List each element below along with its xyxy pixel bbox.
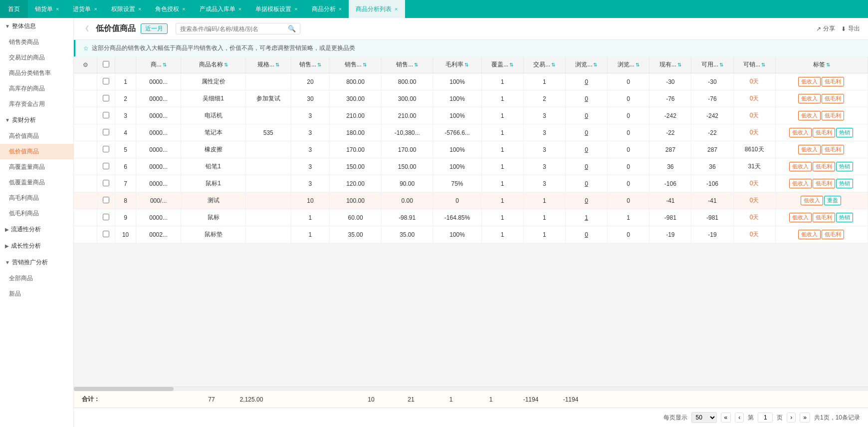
sidebar-item-all-products[interactable]: 全部商品 — [0, 271, 73, 286]
share-button[interactable]: ↗ 分享 — [816, 24, 835, 33]
sidebar-item-high-value[interactable]: 高价值商品 — [0, 128, 73, 144]
row-checkbox[interactable] — [103, 146, 109, 152]
cell-browse1[interactable]: 0 — [565, 226, 607, 243]
per-page-select[interactable]: 50 100 — [691, 412, 717, 423]
cell-browse1[interactable]: 0 — [565, 107, 607, 124]
col-settings[interactable]: ⚙ — [74, 56, 97, 73]
search-icon[interactable]: 🔍 — [288, 25, 296, 32]
sort-icon-browse2[interactable]: ⇅ — [636, 62, 640, 67]
browse-link[interactable]: 0 — [585, 180, 588, 187]
cell-browse1[interactable]: 0 — [565, 175, 607, 192]
sort-icon-trade[interactable]: ⇅ — [551, 62, 555, 67]
browse-link[interactable]: 0 — [585, 112, 588, 119]
col-sellable[interactable]: 可销...⇅ — [733, 56, 775, 73]
page-number-input[interactable] — [758, 413, 773, 423]
col-s2[interactable]: 销售...⇅ — [330, 56, 382, 73]
sidebar-section-financial[interactable]: ▼ 卖财分析 — [0, 112, 73, 128]
col-tags[interactable]: 标签⇅ — [775, 56, 868, 73]
sidebar-section-marketing[interactable]: ▼ 营销推广分析 — [0, 254, 73, 271]
sort-icon-browse1[interactable]: ⇅ — [593, 62, 597, 67]
sort-icon-s3[interactable]: ⇅ — [414, 62, 418, 67]
sort-icon-cov[interactable]: ⇅ — [509, 62, 513, 67]
sidebar-item-sales-products[interactable]: 销售类商品 — [0, 34, 73, 50]
sort-icon-stock1[interactable]: ⇅ — [677, 62, 681, 67]
sidebar-section-growth[interactable]: ▶ 成长性分析 — [0, 238, 73, 254]
settings-icon[interactable]: ⚙ — [83, 61, 88, 68]
cell-browse1[interactable]: 0 — [565, 158, 607, 175]
browse-link[interactable]: 0 — [585, 231, 588, 238]
search-input[interactable] — [180, 25, 288, 32]
table-wrapper[interactable]: ⚙ 商...⇅ 商品名称⇅ 规格...⇅ — [74, 56, 868, 387]
row-checkbox[interactable] — [103, 231, 109, 237]
sort-icon-spec[interactable]: ⇅ — [275, 62, 279, 67]
first-page-button[interactable]: « — [721, 413, 731, 423]
export-button[interactable]: ⬇ 导出 — [841, 24, 860, 33]
col-code[interactable]: 商...⇅ — [136, 56, 181, 73]
cell-browse1[interactable]: 0 — [565, 90, 607, 107]
browse-link[interactable]: 1 — [585, 214, 588, 221]
sidebar-item-high-coverage[interactable]: 高覆盖量商品 — [0, 159, 73, 175]
close-sales-order[interactable]: × — [56, 6, 59, 12]
col-spec[interactable]: 规格...⇅ — [245, 56, 291, 73]
sort-icon-tags[interactable]: ⇅ — [826, 62, 830, 67]
sidebar-item-low-value[interactable]: 低价值商品 — [0, 144, 73, 159]
browse-link[interactable]: 0 — [585, 163, 588, 170]
cell-browse1[interactable]: 0 — [565, 73, 607, 90]
col-cov[interactable]: 覆盖...⇅ — [481, 56, 523, 73]
row-checkbox[interactable] — [103, 129, 109, 135]
browse-link[interactable]: 0 — [585, 197, 588, 204]
sidebar-item-traded-products[interactable]: 交易过的商品 — [0, 50, 73, 65]
nav-purchase-order[interactable]: 进货单 × — [66, 0, 104, 18]
sort-icon-stock2[interactable]: ⇅ — [719, 62, 723, 67]
sort-icon-name[interactable]: ⇅ — [224, 62, 228, 67]
cell-browse1[interactable]: 0 — [565, 192, 607, 209]
sort-icon-sellable[interactable]: ⇅ — [761, 62, 765, 67]
col-stock1[interactable]: 现有...⇅ — [650, 56, 691, 73]
sidebar-section-liquidity[interactable]: ▶ 流通性分析 — [0, 221, 73, 238]
row-checkbox[interactable] — [103, 78, 109, 84]
next-page-button[interactable]: › — [787, 413, 796, 423]
sidebar-item-high-margin[interactable]: 高毛利商品 — [0, 190, 73, 206]
sort-icon-margin[interactable]: ⇅ — [464, 62, 468, 67]
close-product-analysis[interactable]: × — [339, 6, 342, 12]
nav-product-analysis[interactable]: 商品分析 × — [305, 0, 349, 18]
nav-home[interactable]: 首页 — [0, 0, 28, 18]
browse-link[interactable]: 0 — [585, 129, 588, 136]
col-stock2[interactable]: 可用...⇅ — [691, 56, 733, 73]
col-name[interactable]: 商品名称⇅ — [181, 56, 245, 73]
row-checkbox[interactable] — [103, 163, 109, 169]
nav-permission[interactable]: 权限设置 × — [104, 0, 148, 18]
sidebar-item-high-stock[interactable]: 高库存的商品 — [0, 81, 73, 96]
sidebar-item-low-coverage[interactable]: 低覆盖量商品 — [0, 175, 73, 190]
cell-browse1[interactable]: 0 — [565, 141, 607, 158]
sidebar-item-stock-funds[interactable]: 库存资金占用 — [0, 96, 73, 112]
row-checkbox[interactable] — [103, 180, 109, 186]
col-s3[interactable]: 销售...⇅ — [381, 56, 433, 73]
nav-product-storage[interactable]: 产成品入库单 × — [193, 0, 248, 18]
row-checkbox[interactable] — [103, 112, 109, 118]
row-checkbox[interactable] — [103, 214, 109, 220]
sort-icon-s1[interactable]: ⇅ — [317, 62, 321, 67]
sort-icon-s2[interactable]: ⇅ — [363, 62, 367, 67]
nav-sales-order[interactable]: 销货单 × — [28, 0, 66, 18]
close-product-storage[interactable]: × — [238, 6, 241, 12]
nav-role-auth[interactable]: 角色授权 × — [148, 0, 192, 18]
date-filter-tag[interactable]: 近一月 — [141, 23, 168, 34]
browse-link[interactable]: 0 — [585, 146, 588, 153]
select-all-checkbox[interactable] — [103, 61, 109, 67]
sidebar-item-new-products[interactable]: 新品 — [0, 286, 73, 302]
horizontal-scrollbar[interactable] — [74, 387, 868, 391]
nav-template-settings[interactable]: 单据模板设置 × — [248, 0, 304, 18]
close-purchase-order[interactable]: × — [94, 6, 97, 12]
nav-product-analysis-list[interactable]: 商品分析列表 × — [349, 0, 405, 18]
col-s1[interactable]: 销售...⇅ — [291, 56, 330, 73]
close-template-settings[interactable]: × — [294, 6, 297, 12]
sidebar-item-low-margin[interactable]: 低毛利商品 — [0, 206, 73, 221]
sort-icon-code[interactable]: ⇅ — [163, 62, 167, 67]
col-browse2[interactable]: 浏览...⇅ — [608, 56, 650, 73]
col-browse1[interactable]: 浏览...⇅ — [565, 56, 607, 73]
row-checkbox[interactable] — [103, 95, 109, 101]
row-checkbox[interactable] — [103, 197, 109, 203]
scrollbar-thumb[interactable] — [74, 387, 174, 391]
close-role-auth[interactable]: × — [182, 6, 185, 12]
